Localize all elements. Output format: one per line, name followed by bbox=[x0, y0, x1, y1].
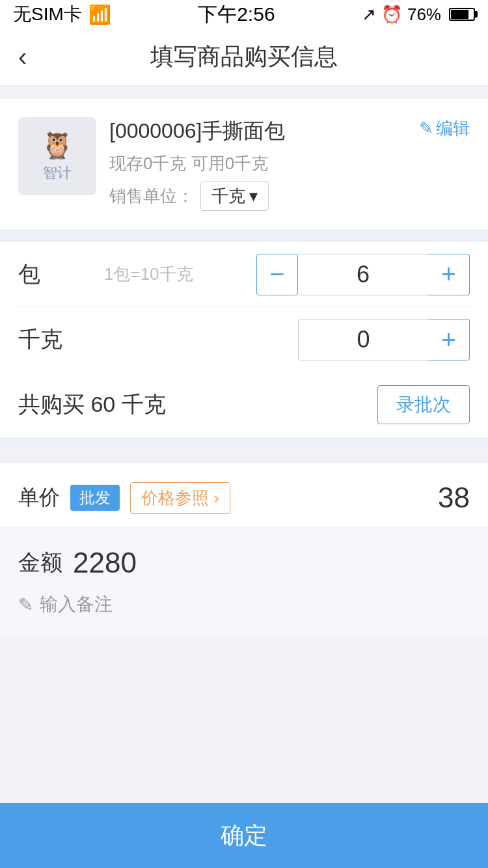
package-decrement-button[interactable]: − bbox=[256, 254, 298, 295]
package-qty-control: − + bbox=[256, 254, 470, 295]
amount-value: 2280 bbox=[73, 547, 137, 579]
unit-label: 销售单位： bbox=[109, 185, 194, 208]
battery-icon bbox=[449, 8, 475, 21]
confirm-button[interactable]: 确定 bbox=[0, 803, 488, 868]
location-icon: ↗ bbox=[362, 5, 376, 25]
wifi-icon: 📶 bbox=[88, 4, 111, 25]
price-reference-button[interactable]: 价格参照 › bbox=[130, 482, 230, 514]
remark-icon: ✎ bbox=[18, 594, 33, 616]
unit-select[interactable]: 千克 ▾ bbox=[200, 182, 269, 211]
owl-icon: 🦉 bbox=[41, 130, 74, 161]
price-value: 38 bbox=[438, 481, 470, 514]
package-qty-input[interactable] bbox=[298, 254, 428, 295]
package-increment-button[interactable]: + bbox=[428, 254, 470, 295]
record-batch-button[interactable]: 录批次 bbox=[377, 385, 470, 424]
section-divider-2 bbox=[0, 437, 488, 450]
alarm-icon: ⏰ bbox=[381, 5, 402, 25]
status-time: 下午2:56 bbox=[198, 1, 275, 28]
product-card: 🦉 智计 [0000006]手撕面包 ✎ 编辑 现存0千克 可用0千克 销售单位… bbox=[0, 99, 488, 229]
back-button[interactable]: ‹ bbox=[18, 42, 27, 72]
status-bar: 无SIM卡 📶 下午2:56 ↗ ⏰ 76% bbox=[0, 0, 488, 29]
kg-qty-control: + bbox=[298, 319, 470, 360]
price-section: 单价 批发 价格参照 › 38 bbox=[0, 463, 488, 527]
amount-row: 金额 2280 bbox=[18, 547, 470, 579]
owl-text: 智计 bbox=[43, 163, 72, 183]
carrier-label: 无SIM卡 bbox=[13, 2, 82, 27]
amount-label: 金额 bbox=[18, 548, 62, 578]
status-right: ↗ ⏰ 76% bbox=[362, 5, 475, 25]
nav-bar: ‹ 填写商品购买信息 bbox=[0, 29, 488, 86]
package-label: 包 bbox=[18, 260, 96, 290]
product-thumbnail: 🦉 智计 bbox=[18, 117, 96, 195]
confirm-button-wrap: 确定 bbox=[0, 803, 488, 868]
package-input-row: 包 1包=10千克 − + bbox=[18, 242, 470, 307]
battery-percent: 76% bbox=[407, 5, 441, 25]
kg-qty-input[interactable] bbox=[298, 319, 428, 360]
total-label: 共购买 60 千克 bbox=[18, 390, 377, 420]
kg-input-row: 千克 + bbox=[18, 307, 470, 372]
section-divider-1 bbox=[0, 229, 488, 242]
product-name: [0000006]手撕面包 bbox=[109, 117, 285, 146]
unit-value: 千克 bbox=[211, 185, 245, 208]
product-unit-row: 销售单位： 千克 ▾ bbox=[109, 182, 470, 211]
package-hint: 1包=10千克 bbox=[104, 263, 256, 286]
price-label: 单价 bbox=[18, 483, 60, 512]
page-title: 填写商品购买信息 bbox=[150, 41, 338, 73]
kg-label: 千克 bbox=[18, 325, 96, 355]
product-stock: 现存0千克 可用0千克 bbox=[109, 152, 470, 175]
remark-row[interactable]: ✎ 输入备注 bbox=[18, 592, 470, 617]
status-left: 无SIM卡 📶 bbox=[13, 2, 111, 27]
package-input-section: 包 1包=10千克 − + 千克 + bbox=[0, 242, 488, 372]
remark-placeholder: 输入备注 bbox=[40, 592, 113, 617]
price-row: 单价 批发 价格参照 › 38 bbox=[18, 481, 470, 514]
edit-icon: ✎ bbox=[419, 118, 433, 139]
price-tag: 批发 bbox=[70, 485, 120, 511]
unit-dropdown-icon: ▾ bbox=[249, 186, 258, 206]
edit-button[interactable]: ✎ 编辑 bbox=[419, 117, 470, 140]
amount-section: 金额 2280 ✎ 输入备注 bbox=[0, 528, 488, 635]
product-info: [0000006]手撕面包 ✎ 编辑 现存0千克 可用0千克 销售单位： 千克 … bbox=[109, 117, 470, 211]
total-section: 共购买 60 千克 录批次 bbox=[0, 372, 488, 437]
kg-increment-button[interactable]: + bbox=[428, 319, 470, 360]
